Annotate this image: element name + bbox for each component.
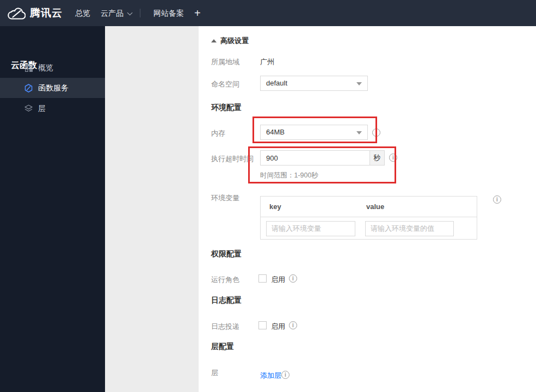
collapse-arrow-icon bbox=[211, 39, 217, 42]
namespace-label: 命名空间 bbox=[211, 79, 239, 89]
sidebar-item-function-service[interactable]: 函数服务 bbox=[0, 78, 105, 98]
timeout-label: 执行超时时间 bbox=[211, 154, 254, 164]
log-delivery-info-icon[interactable] bbox=[289, 321, 297, 329]
nav-add-tab-button[interactable]: + bbox=[194, 0, 201, 26]
timeout-info-icon[interactable] bbox=[389, 154, 397, 162]
env-key-input[interactable] bbox=[266, 221, 355, 236]
sidebar-item-layers[interactable]: 层 bbox=[0, 99, 105, 119]
advanced-settings-toggle[interactable]: 高级设置 bbox=[211, 36, 249, 46]
run-role-info-icon[interactable] bbox=[289, 274, 297, 283]
namespace-selected-value: default bbox=[266, 79, 287, 87]
env-vars-info-icon[interactable] bbox=[493, 195, 501, 204]
add-layer-link[interactable]: 添加层 bbox=[260, 371, 281, 381]
run-role-enable-label: 启用 bbox=[271, 275, 285, 285]
nav-item-icp-filing[interactable]: 网站备案 bbox=[153, 0, 184, 26]
section-env-config: 环境配置 bbox=[211, 103, 242, 113]
env-vars-header-row: key value bbox=[261, 197, 477, 217]
memory-label: 内存 bbox=[211, 128, 225, 138]
sidebar-item-label: 函数服务 bbox=[38, 83, 69, 93]
nav-divider bbox=[140, 9, 140, 17]
grid-icon bbox=[24, 63, 33, 72]
section-perm-config: 权限配置 bbox=[211, 249, 242, 259]
region-value: 广州 bbox=[260, 57, 274, 67]
env-value-input[interactable] bbox=[365, 221, 454, 236]
log-delivery-label: 日志投递 bbox=[211, 322, 239, 332]
layers-icon bbox=[24, 104, 33, 113]
section-log-config: 日志配置 bbox=[211, 296, 242, 305]
main-content: 高级设置 所属地域 广州 命名空间 default 环境配置 内存 64MB 执… bbox=[199, 26, 536, 392]
timeout-input-group: 秒 bbox=[260, 150, 385, 166]
timeout-hint: 时间范围：1-900秒 bbox=[260, 171, 318, 180]
secondary-panel bbox=[105, 26, 199, 392]
env-col-value-header: value bbox=[365, 203, 384, 211]
nav-item-cloud-products[interactable]: 云产品 bbox=[101, 0, 131, 26]
namespace-select[interactable]: default bbox=[260, 76, 368, 91]
top-navbar: 腾讯云 总览 云产品 网站备案 + bbox=[0, 0, 536, 26]
nav-item-overview[interactable]: 总览 bbox=[75, 0, 90, 26]
env-vars-row bbox=[261, 217, 477, 240]
region-label: 所属地域 bbox=[211, 57, 239, 67]
memory-selected-value: 64MB bbox=[266, 128, 285, 136]
env-col-key-header: key bbox=[261, 203, 365, 211]
select-caret-icon bbox=[356, 82, 362, 85]
cloud-logo-icon bbox=[7, 6, 26, 20]
layer-info-icon[interactable] bbox=[281, 371, 289, 379]
env-vars-table: key value bbox=[260, 196, 477, 240]
log-delivery-enable-label: 启用 bbox=[271, 322, 285, 332]
sidebar-item-label: 层 bbox=[38, 104, 46, 114]
section-layer-config: 层配置 bbox=[211, 342, 234, 352]
function-hexagon-icon bbox=[24, 83, 33, 93]
select-caret-icon bbox=[356, 131, 362, 134]
tencent-cloud-console: 腾讯云 总览 云产品 网站备案 + 云函数 概览 bbox=[0, 0, 536, 392]
sidebar-item-overview[interactable]: 概览 bbox=[0, 58, 105, 78]
sidebar-item-label: 概览 bbox=[38, 63, 53, 73]
timeout-unit-addon: 秒 bbox=[369, 150, 385, 166]
run-role-checkbox[interactable] bbox=[258, 274, 267, 283]
memory-select[interactable]: 64MB bbox=[260, 125, 368, 140]
timeout-input[interactable] bbox=[260, 150, 369, 166]
run-role-label: 运行角色 bbox=[211, 275, 239, 285]
chevron-down-icon bbox=[127, 10, 133, 15]
sidebar: 云函数 概览 函数服务 bbox=[0, 26, 105, 392]
memory-info-icon[interactable] bbox=[372, 128, 380, 137]
brand-name: 腾讯云 bbox=[30, 6, 63, 20]
env-vars-label: 环境变量 bbox=[211, 193, 239, 203]
layer-label: 层 bbox=[211, 368, 218, 378]
brand-logo[interactable]: 腾讯云 bbox=[7, 0, 63, 26]
log-delivery-checkbox[interactable] bbox=[258, 321, 267, 329]
advanced-settings-label: 高级设置 bbox=[220, 36, 249, 46]
